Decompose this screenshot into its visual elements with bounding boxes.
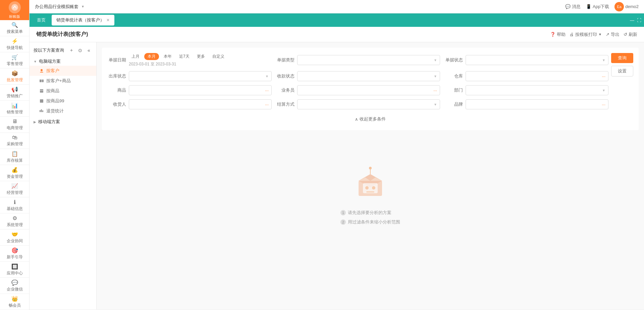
filter-order-status: 单据状态 ▼	[444, 53, 608, 67]
tab-sales-stat-label: 销货单统计表（按客户）	[56, 17, 104, 23]
stock-arrow: ▼	[265, 74, 269, 78]
sidebar-item-management[interactable]: 📈 经营管理	[0, 181, 30, 197]
order-type-select[interactable]: ▼	[297, 55, 440, 65]
dropdown-arrow[interactable]: ▼	[81, 5, 85, 8]
scheme-item-customer[interactable]: 按客户	[30, 66, 96, 76]
content-body: 按以下方案查询 ＋ ⊙ « ▼ 电脑端方案	[30, 42, 644, 309]
tab-sales-stat[interactable]: 销货单统计表（按客户） ✕	[52, 15, 114, 25]
svg-rect-8	[41, 109, 42, 112]
logo: 标账版	[0, 0, 30, 20]
date-more[interactable]: 更多	[194, 53, 208, 60]
action-buttons: 查询 设置	[611, 53, 633, 76]
top-header: 办公用品行业模拟账套 ▼ 💬 消息 📱 App下载 Ea demo2	[30, 0, 644, 13]
export-btn[interactable]: ↗ 导出	[606, 32, 620, 38]
stock-status-select[interactable]: ▼	[129, 71, 272, 81]
user-profile[interactable]: Ea demo2	[614, 2, 639, 11]
sidebar-item-inventory[interactable]: 📋 库存核算	[0, 149, 30, 165]
scheme-item-goods[interactable]: 按商品	[30, 86, 96, 96]
date-this-month[interactable]: 本月	[144, 53, 159, 60]
refresh-btn[interactable]: ↺ 刷新	[624, 32, 637, 38]
department-label: 部门	[444, 87, 463, 93]
salesperson-dots: ···	[433, 88, 437, 93]
sidebar-item-label: 搜索菜单	[7, 29, 23, 35]
avatar: Ea	[614, 2, 624, 11]
tab-home[interactable]: 首页	[32, 15, 50, 25]
sidebar-item-purchase[interactable]: 🛍 采购管理	[0, 133, 30, 149]
empty-tip-2: 2 用过滤条件来缩小分析范围	[340, 217, 400, 227]
salesperson-select[interactable]: ···	[297, 85, 440, 95]
minimize-icon[interactable]: —	[630, 18, 634, 23]
filter-brand: 品牌 ···	[444, 99, 608, 109]
date-custom[interactable]: 自定义	[210, 53, 227, 60]
scheme-group-mobile-header[interactable]: ▶ 移动端方案	[30, 117, 96, 126]
brand-dots: ···	[602, 102, 605, 107]
search-icon: 🔍	[11, 22, 18, 28]
sidebar-item-marketing[interactable]: 📢 营销推广	[0, 85, 30, 101]
sidebar-item-label: 营销推广	[7, 93, 23, 99]
export-label: 导出	[611, 32, 620, 38]
date-last-month[interactable]: 上月	[129, 53, 142, 60]
sidebar-item-label: 快捷导航	[7, 45, 23, 51]
sidebar-item-sales[interactable]: 📊 销售管理	[0, 101, 30, 117]
scheme-item-label: 按客户	[46, 68, 59, 74]
scheme-item-customer-goods[interactable]: 按客户+商品	[30, 76, 96, 86]
sidebar-item-wechat[interactable]: 💬 企业微信	[0, 278, 30, 294]
settings-button[interactable]: 设置	[611, 66, 633, 76]
sidebar-item-apps[interactable]: 🔲 应用中心	[0, 262, 30, 278]
warehouse-select[interactable]: ···	[466, 71, 608, 81]
sidebar-item-member[interactable]: 👑 畅会员	[0, 294, 30, 310]
sales-icon: 📊	[11, 102, 18, 109]
payment-status-select[interactable]: ▼	[297, 71, 440, 81]
brand-label: 品牌	[444, 101, 463, 107]
sidebar-item-basic[interactable]: ℹ 基础信息	[0, 197, 30, 213]
sidebar-item-enterprise[interactable]: 🤝 企业协同	[0, 229, 30, 246]
edit-scheme-btn[interactable]: ⊙	[77, 47, 84, 54]
message-icon: 💬	[565, 4, 571, 9]
scheme-item-return[interactable]: 退货统计	[30, 106, 96, 116]
filter-payment-status: 收款状态 ▼	[276, 71, 440, 81]
sidebar-item-wholesale[interactable]: 📦 批发管理	[0, 68, 30, 85]
app-download-label: App下载	[593, 4, 609, 10]
sidebar-item-nav[interactable]: ⚡ 快捷导航	[0, 36, 30, 52]
empty-state: 1 请先选择要分析的方案 2 用过滤条件来缩小分析范围	[102, 136, 639, 254]
scheme-group-desktop-header[interactable]: ▼ 电脑端方案	[30, 57, 96, 66]
filter-stock-status: 出库状态 ▼	[107, 71, 272, 81]
sidebar-item-guide[interactable]: 🎯 新手引导	[0, 246, 30, 262]
date-7days[interactable]: 近7天	[176, 53, 192, 60]
order-status-select[interactable]: ▼	[466, 55, 608, 65]
app-download-icon: 📱	[586, 4, 591, 9]
sidebar-item-search[interactable]: 🔍 搜索菜单	[0, 20, 30, 36]
marketing-icon: 📢	[11, 86, 18, 93]
receiver-select[interactable]: ···	[129, 99, 272, 109]
help-btn[interactable]: ❓ 帮助	[550, 32, 566, 38]
settlement-select[interactable]: ▼	[297, 99, 440, 109]
department-select[interactable]: ▼	[466, 85, 608, 95]
goods-select[interactable]: ···	[129, 85, 272, 95]
sidebar-item-finance[interactable]: 💰 资金管理	[0, 165, 30, 181]
tip2-text: 用过滤条件来缩小分析范围	[348, 217, 400, 227]
date-this-year[interactable]: 本年	[161, 53, 174, 60]
header-left: 办公用品行业模拟账套 ▼	[35, 4, 85, 10]
collapse-scheme-btn[interactable]: «	[86, 47, 92, 54]
receiver-dots: ···	[265, 102, 269, 107]
sidebar-item-retail[interactable]: 🛒 零售管理	[0, 52, 30, 68]
brand-select[interactable]: ···	[466, 99, 608, 109]
scheme-group-mobile-label: 移动端方案	[38, 119, 60, 125]
tab-close-icon[interactable]: ✕	[106, 18, 110, 22]
scheme-item-goods99[interactable]: 按商品99	[30, 96, 96, 106]
maximize-icon[interactable]: ⛶	[637, 18, 641, 23]
main-area: 办公用品行业模拟账套 ▼ 💬 消息 📱 App下载 Ea demo2 首页	[30, 0, 644, 310]
message-btn[interactable]: 💬 消息	[565, 4, 581, 10]
app-download-btn[interactable]: 📱 App下载	[586, 4, 609, 10]
collapse-bar[interactable]: ∧ 收起更多条件	[107, 113, 633, 125]
tab-bar: 首页 销货单统计表（按客户） ✕ — ⛶	[30, 13, 644, 27]
query-button[interactable]: 查询	[611, 53, 633, 63]
svg-rect-18	[366, 191, 374, 193]
return-icon	[39, 108, 44, 114]
member-icon: 👑	[11, 296, 18, 302]
add-scheme-btn[interactable]: ＋	[68, 47, 75, 54]
sidebar-item-system[interactable]: ⚙ 系统管理	[0, 213, 30, 229]
print-btn[interactable]: 🖨 按模板打印 ▼	[570, 32, 602, 38]
sidebar-item-label: 资金管理	[7, 174, 23, 179]
sidebar-item-ecommerce[interactable]: 🖥 电商管理	[0, 117, 30, 133]
